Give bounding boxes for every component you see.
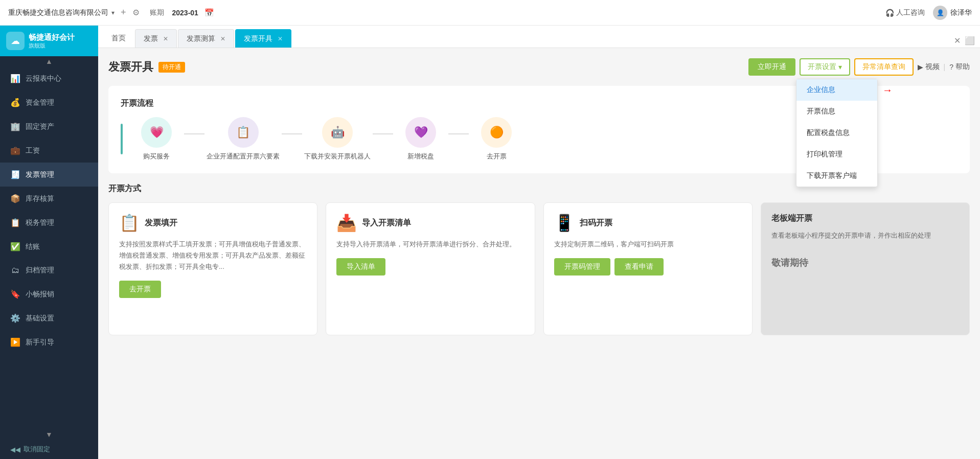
- money-icon: 💰: [10, 98, 20, 107]
- scan-buttons: 开票码管理 查看申请: [554, 258, 742, 276]
- step5-icon: 🟠: [481, 117, 512, 148]
- sidebar-label-xinshou: 新手引导: [26, 338, 54, 347]
- method-card-boss: 老板端开票 查看老板端小程序提交的开票申请，并作出相应的处理 敬请期待: [761, 202, 970, 335]
- settings-button[interactable]: 开票设置 ▾: [800, 58, 850, 76]
- process-step-2: 📋 企业开通配置开票六要素: [207, 117, 280, 161]
- activate-button[interactable]: 立即开通: [748, 58, 795, 76]
- sidebar-scroll-down[interactable]: ▼: [0, 429, 98, 440]
- maximize-icon[interactable]: ⬜: [965, 36, 975, 45]
- period-label: 账期: [150, 8, 164, 17]
- help-circle-icon: ?: [949, 63, 953, 71]
- scan-view-button[interactable]: 查看申请: [614, 258, 664, 276]
- method-card-import: 📥 导入开票清单 支持导入待开票清单，可对待开票清单进行拆分、合并处理。 导入清…: [326, 202, 535, 335]
- tab-cesuan[interactable]: 发票测算 ✕: [178, 29, 234, 48]
- dropdown-item-kaipiao[interactable]: 开票信息: [796, 101, 877, 122]
- tab-bar: 首页 发票 ✕ 发票测算 ✕ 发票开具 ✕ ✕ ⬜: [98, 26, 980, 48]
- consult-button[interactable]: 🎧 人工咨询: [885, 8, 925, 17]
- fill-desc: 支持按照发票样式手工填开发票；可开具增值税电子普通发票、增值税普通发票、增值税专…: [119, 239, 307, 272]
- billing-section: 开票方式 📋 发票填开 支持按照发票样式手工填开发票；可开具增值税电子普通发票、…: [108, 183, 970, 335]
- sidebar-item-shuiwu[interactable]: 📋 税务管理: [0, 211, 98, 235]
- logo-area: ☁ 畅捷通好会计 旗舰版: [0, 26, 98, 56]
- scan-desc: 支持定制开票二维码，客户端可扫码开票: [554, 239, 742, 250]
- page-header: 发票开具 待开通 立即开通 开票设置 ▾ 异常清单查询 ▶ 视频 |: [108, 58, 970, 76]
- check-icon: ✅: [10, 242, 20, 251]
- page-title-area: 发票开具 待开通: [108, 59, 185, 75]
- scan-qr-button[interactable]: 开票码管理: [554, 258, 610, 276]
- sidebar-item-gongzi[interactable]: 💼 工资: [0, 139, 98, 163]
- sidebar-label-shuiwu: 税务管理: [26, 218, 54, 227]
- method-card-fill: 📋 发票填开 支持按照发票样式手工填开发票；可开具增值税电子普通发票、增值税普通…: [108, 202, 317, 335]
- sidebar-item-guidang[interactable]: 🗂 归档管理: [0, 259, 98, 282]
- fill-title: 发票填开: [145, 218, 177, 228]
- play-circle-icon: ▶: [918, 63, 923, 71]
- card-header-scan: 📱 扫码开票: [554, 213, 742, 233]
- step-separator-1: [184, 133, 204, 134]
- page-title: 发票开具: [108, 59, 153, 75]
- close-window-icon[interactable]: ✕: [954, 36, 961, 45]
- avatar: 👤: [933, 6, 947, 20]
- help-button[interactable]: ? 帮助: [949, 62, 970, 72]
- anomaly-button[interactable]: 异常清单查询: [854, 58, 914, 76]
- logo-icon: ☁: [6, 32, 25, 50]
- cancel-pin-button[interactable]: ◀◀ 取消固定: [0, 440, 98, 459]
- dropdown-item-peizhi[interactable]: 配置税盘信息: [796, 122, 877, 144]
- dropdown-item-xiazai[interactable]: 下载开票客户端: [796, 165, 877, 187]
- box-icon: 📦: [10, 194, 20, 203]
- sidebar-item-jichushezhi[interactable]: ⚙️ 基础设置: [0, 306, 98, 330]
- company-selector[interactable]: 重庆畅捷交通信息咨询有限公司 ▾: [8, 8, 115, 17]
- import-desc: 支持导入待开票清单，可对待开票清单进行拆分、合并处理。: [336, 239, 524, 250]
- sidebar-label-xiaochang: 小畅报销: [26, 290, 54, 299]
- logo-sub: 旗舰版: [29, 42, 75, 50]
- close-kaiju-icon[interactable]: ✕: [278, 35, 283, 42]
- calendar-icon[interactable]: 📅: [204, 8, 214, 17]
- red-arrow-icon: →: [882, 84, 893, 96]
- nav-items: 📊 云报表中心 💰 资金管理 🏢 固定资产 💼 工资 🧾 发票管理 📦: [0, 66, 98, 429]
- sidebar-item-fapiao[interactable]: 🧾 发票管理: [0, 163, 98, 187]
- settings-dropdown: 企业信息 → 开票信息 配置税盘信息 打印机管理 下: [796, 79, 878, 187]
- sidebar-item-yunbao[interactable]: 📊 云报表中心: [0, 66, 98, 90]
- sidebar-item-jiezhang[interactable]: ✅ 结账: [0, 235, 98, 259]
- process-step-3: 🤖 下载并安装开票机器人: [304, 117, 371, 161]
- step-separator-2: [282, 133, 302, 134]
- status-badge: 待开通: [158, 62, 185, 73]
- fill-goto-button[interactable]: 去开票: [119, 281, 161, 298]
- scan-icon: 📱: [554, 213, 575, 233]
- step4-icon: 💜: [405, 117, 436, 148]
- folder-icon: 🗂: [10, 266, 20, 275]
- boss-desc: 查看老板端小程序提交的开票申请，并作出相应的处理: [771, 230, 959, 241]
- close-cesuan-icon[interactable]: ✕: [220, 35, 225, 42]
- sidebar-label-gudingzichan: 固定资产: [26, 122, 54, 131]
- scan-title: 扫码开票: [580, 218, 612, 228]
- close-fapiao-icon[interactable]: ✕: [163, 35, 168, 42]
- user-info[interactable]: 👤 徐泽华: [933, 6, 972, 20]
- top-bar: 重庆畅捷交通信息咨询有限公司 ▾ + ⚙ 账期 2023-01 📅 🎧 人工咨询…: [0, 0, 980, 26]
- tab-kaiju[interactable]: 发票开具 ✕: [235, 29, 291, 48]
- sidebar-label-jiezhang: 结账: [26, 242, 40, 251]
- add-company-icon[interactable]: +: [121, 7, 126, 18]
- dropdown-item-qiyeinfo[interactable]: 企业信息 →: [796, 79, 877, 101]
- sidebar: ☁ 畅捷通好会计 旗舰版 ▲ 📊 云报表中心 💰 资金管理 🏢 固定资产 💼: [0, 26, 98, 459]
- sidebar-label-yunbao: 云报表中心: [26, 74, 61, 83]
- dropdown-item-dayinji[interactable]: 打印机管理: [796, 144, 877, 165]
- user-name: 徐泽华: [950, 8, 972, 17]
- page-area: 发票开具 待开通 立即开通 开票设置 ▾ 异常清单查询 ▶ 视频 |: [98, 48, 980, 459]
- sidebar-item-xiaochang[interactable]: 🔖 小畅报销: [0, 282, 98, 306]
- card-header-boss: 老板端开票: [771, 213, 959, 224]
- boss-title: 老板端开票: [771, 213, 812, 224]
- tab-fapiao[interactable]: 发票 ✕: [135, 29, 177, 48]
- chart-icon: 📊: [10, 74, 20, 83]
- import-button[interactable]: 导入清单: [336, 258, 385, 276]
- sidebar-item-zijin[interactable]: 💰 资金管理: [0, 90, 98, 114]
- import-title: 导入开票清单: [362, 218, 411, 228]
- sidebar-item-gudingzichan[interactable]: 🏢 固定资产: [0, 114, 98, 139]
- tab-bar-right: ✕ ⬜: [954, 36, 975, 48]
- settings-icon[interactable]: ⚙: [132, 8, 140, 17]
- sidebar-scroll-up[interactable]: ▲: [0, 56, 98, 66]
- sidebar-item-xinshou[interactable]: ▶️ 新手引导: [0, 330, 98, 354]
- tab-home[interactable]: 首页: [103, 29, 134, 48]
- boss-overlay-text: 敬请期待: [771, 257, 959, 269]
- card-header-import: 📥 导入开票清单: [336, 213, 524, 233]
- process-step-4: 💜 新增税盘: [395, 117, 446, 161]
- video-button[interactable]: ▶ 视频: [918, 62, 940, 72]
- sidebar-item-kucun[interactable]: 📦 库存核算: [0, 187, 98, 211]
